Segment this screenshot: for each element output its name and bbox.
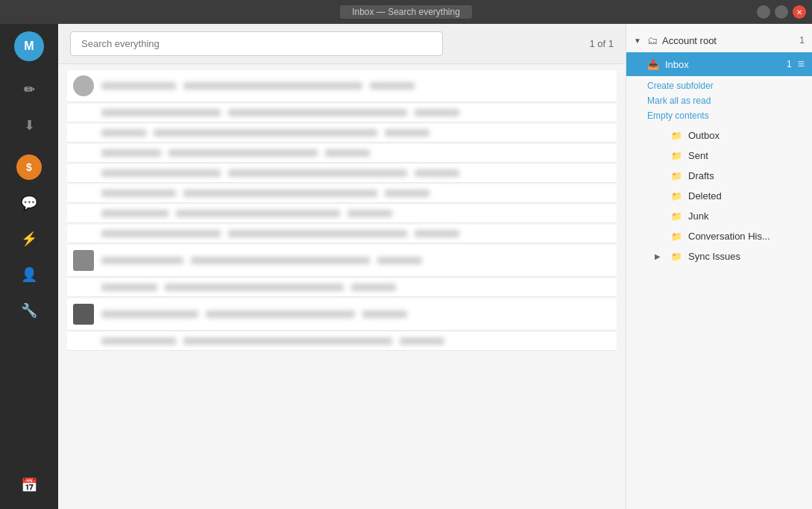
email-subject [183,337,392,345]
email-date [347,210,392,217]
person-icon: 👤 [21,266,37,283]
conversation-history-label: Conversation His... [688,231,805,242]
folder-item-sync-issues[interactable]: ▶ 📁 Sync Issues [626,246,812,266]
deleted-icon: 📁 [671,191,682,202]
email-content [101,257,611,264]
create-subfolder-link[interactable]: Create subfolder [647,79,805,93]
sidebar-item-calendar[interactable]: 📅 [13,469,45,502]
junk-label: Junk [688,210,805,222]
table-row[interactable] [67,104,617,122]
avatar [73,250,94,271]
table-row[interactable] [67,278,617,297]
table-row[interactable] [67,245,617,277]
main-layout: M ✏ ⬇ $ 💬 ⚡ 👤 🔧 📅 1 of 1 [0,24,812,509]
sender-name [101,284,157,291]
dollar-icon: $ [16,154,42,180]
folder-item-deleted[interactable]: 📁 Deleted [626,186,812,206]
email-date [415,109,459,116]
table-row[interactable] [67,124,617,143]
email-content [101,284,611,291]
email-content [101,210,611,217]
titlebar: Inbox — Search everything − □ ✕ [0,0,812,24]
sidebar-item-wrench[interactable]: 🔧 [13,294,45,327]
table-row[interactable] [67,70,617,102]
account-root-count: 1 [799,35,805,46]
compose-icon: ✏ [24,81,35,98]
email-date [377,257,422,264]
account-folder-icon: 🗂 [647,34,658,46]
search-input[interactable] [70,31,443,56]
folder-item-outbox[interactable]: 📁 Outbox [626,125,812,146]
download-icon: ⬇ [24,117,35,134]
close-button[interactable]: ✕ [793,5,806,19]
content-area: 1 of 1 [58,24,626,509]
maximize-button[interactable]: □ [775,5,788,19]
email-subject [154,129,377,137]
titlebar-title: Inbox — Search everything [340,5,472,19]
avatar[interactable]: M [14,31,44,61]
sender-name [101,337,176,345]
sidebar-item-person[interactable]: 👤 [13,258,45,291]
email-date [415,230,459,237]
email-content [101,129,611,137]
table-row[interactable] [67,225,617,243]
sidebar-item-lightning[interactable]: ⚡ [13,222,45,255]
table-row[interactable] [67,164,617,183]
email-date [385,129,429,137]
table-row[interactable] [67,299,617,331]
folder-item-sent[interactable]: 📁 Sent [626,146,812,166]
sender-name [101,257,183,264]
email-date [351,284,396,291]
table-row[interactable] [67,144,617,163]
avatar [73,304,94,325]
email-subject [228,169,407,177]
inbox-menu-icon[interactable]: ≡ [798,57,805,71]
sender-name [101,169,221,177]
email-content [101,109,611,116]
sent-label: Sent [688,150,805,161]
email-content [101,149,611,157]
email-content [101,190,611,197]
table-row[interactable] [67,332,617,351]
inbox-icon: 📥 [647,59,659,70]
calendar-icon: 📅 [21,477,37,493]
folder-item-conversation-history[interactable]: 📁 Conversation His... [626,226,812,246]
email-content [101,310,611,318]
sidebar-item-download[interactable]: ⬇ [13,109,45,142]
empty-contents-link[interactable]: Empty contents [647,109,805,122]
sender-name [101,129,146,137]
email-subject [183,190,377,197]
chevron-right-icon[interactable]: ▶ [655,252,665,260]
chevron-down-icon: ▼ [634,37,643,45]
mark-all-as-read-link[interactable]: Mark all as read [647,94,805,107]
outbox-label: Outbox [688,130,805,141]
table-row[interactable] [67,184,617,203]
chat-icon: 💬 [21,195,37,211]
sender-name [101,190,176,197]
email-subject [165,284,344,291]
sent-icon: 📁 [671,151,682,161]
email-content [101,82,611,90]
email-content [101,169,611,177]
email-date [370,82,415,90]
drafts-label: Drafts [688,170,805,181]
email-subject [228,230,407,237]
folder-item-junk[interactable]: 📁 Junk [626,206,812,226]
sender-name [101,149,161,157]
minimize-button[interactable]: − [757,5,770,19]
folder-header-account-root[interactable]: ▼ 🗂 Account root 1 [626,28,812,52]
inbox-count: 1 [787,59,792,69]
sync-issues-label: Sync Issues [688,251,805,262]
junk-icon: 📁 [671,211,682,222]
folder-item-drafts[interactable]: 📁 Drafts [626,166,812,186]
email-date [385,190,429,197]
folder-item-inbox[interactable]: 📥 Inbox 1 ≡ [626,52,812,76]
sidebar-item-chat[interactable]: 💬 [13,187,45,219]
sender-name [101,109,221,116]
table-row[interactable] [67,204,617,223]
sidebar-item-dollar[interactable]: $ [13,151,45,184]
email-subject [228,109,407,116]
sidebar-item-compose[interactable]: ✏ [13,73,45,106]
email-subject [169,149,318,157]
sidebar: M ✏ ⬇ $ 💬 ⚡ 👤 🔧 📅 [0,24,58,509]
